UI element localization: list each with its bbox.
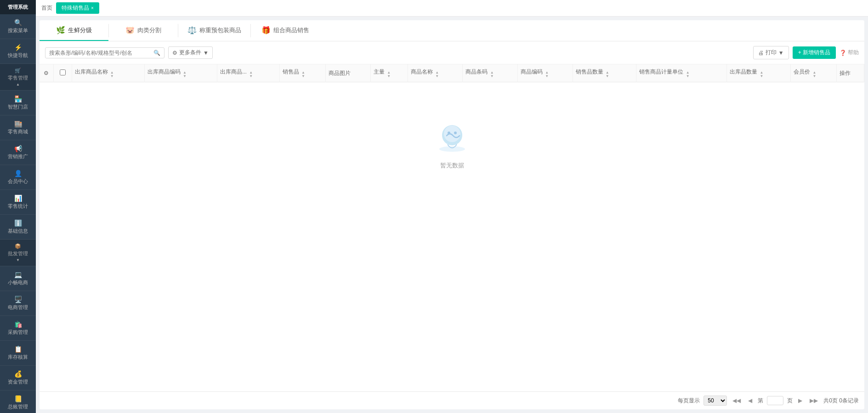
select-all-checkbox[interactable] bbox=[60, 69, 66, 75]
sort-arrows-icon: ▲▼ bbox=[110, 71, 114, 78]
tab-bar: 🌿 生鲜分级 🐷 肉类分割 ⚖️ 称重预包装商品 🎁 组合商品销售 bbox=[40, 20, 864, 41]
filter-icon: ⚙ bbox=[172, 50, 177, 56]
sidebar-item-quick-nav[interactable]: ⚡ 快捷导航 bbox=[0, 39, 36, 64]
filter-label: 更多条件 bbox=[179, 49, 201, 57]
sidebar-item-inventory[interactable]: 📋 库存核算 bbox=[0, 341, 36, 366]
sort-arrows-icon: ▲▼ bbox=[249, 71, 253, 78]
sidebar-item-general-ledger[interactable]: 📒 总账管理 bbox=[0, 390, 36, 413]
sort-arrows-icon: ▲▼ bbox=[183, 71, 187, 78]
search-menu-icon: 🔍 bbox=[14, 19, 22, 26]
tab-fresh-grade[interactable]: 🌿 生鲜分级 bbox=[40, 20, 108, 41]
sidebar-item-search-menu[interactable]: 🔍 搜索菜单 bbox=[0, 14, 36, 39]
empty-state: 暂无数据 bbox=[40, 82, 864, 206]
sidebar-item-label: 智慧门店 bbox=[8, 103, 28, 110]
sidebar-item-label: 库存核算 bbox=[8, 354, 28, 361]
sort-arrows-icon: ▲▼ bbox=[490, 71, 494, 78]
sidebar-item-ecom-mgmt[interactable]: 🖥️ 电商管理 bbox=[0, 291, 36, 316]
sidebar-item-label: 批发管理 bbox=[8, 250, 28, 257]
svg-point-3 bbox=[448, 132, 450, 134]
tab-combo-sales[interactable]: 🎁 组合商品销售 bbox=[251, 20, 320, 41]
help-button[interactable]: ❓ 帮助 bbox=[840, 49, 859, 57]
tab-weight-pack-label: 称重预包装商品 bbox=[199, 26, 241, 34]
sort-arrows-icon: ▲▼ bbox=[387, 71, 391, 78]
sidebar-item-label: 采购管理 bbox=[8, 329, 28, 336]
sidebar-item-label: 营销推广 bbox=[8, 153, 28, 160]
fresh-grade-icon: 🌿 bbox=[56, 26, 65, 34]
finance-icon: 💰 bbox=[14, 370, 22, 378]
quick-nav-icon: ⚡ bbox=[14, 44, 22, 51]
sidebar-item-smart-store[interactable]: 🏪 智慧门店 bbox=[0, 91, 36, 115]
data-table: ⚙ 出库商品名称 ▲▼ 出库商品编码 ▲▼ 出库商品... ▲▼ bbox=[40, 64, 864, 82]
per-page-select[interactable]: 50 10 20 100 bbox=[703, 396, 727, 406]
th-goods-barcode[interactable]: 商品条码 ▲▼ bbox=[463, 64, 518, 82]
chevron-down-icon: ▼ bbox=[778, 50, 784, 56]
svg-point-4 bbox=[454, 132, 457, 134]
inventory-icon: 📋 bbox=[14, 345, 22, 353]
home-tab[interactable]: 首页 bbox=[41, 4, 52, 12]
search-box[interactable]: 🔍 bbox=[45, 47, 165, 58]
total-info: 共0页 0条记录 bbox=[823, 397, 859, 405]
current-page-input[interactable]: 1 bbox=[767, 396, 783, 405]
help-label: 帮助 bbox=[848, 49, 859, 57]
sidebar-item-purchase-mgmt[interactable]: 🛍️ 采购管理 bbox=[0, 316, 36, 341]
th-main-weight[interactable]: 主量 ▲▼ bbox=[370, 64, 408, 82]
sidebar-item-label: 零售商城 bbox=[8, 128, 28, 135]
search-input[interactable] bbox=[49, 50, 152, 56]
filter-button[interactable]: ⚙ 更多条件 ▼ bbox=[168, 46, 213, 59]
th-goods-name[interactable]: 商品名称 ▲▼ bbox=[408, 64, 463, 82]
th-settings[interactable]: ⚙ bbox=[40, 64, 53, 82]
sort-arrows-icon: ▲▼ bbox=[760, 71, 764, 78]
sort-arrows-icon: ▲▼ bbox=[812, 71, 816, 78]
sidebar-item-label: 零售统计 bbox=[8, 203, 28, 210]
member-center-icon: 👤 bbox=[14, 170, 22, 177]
sidebar-item-sales-promo[interactable]: 📢 营销推广 bbox=[0, 140, 36, 165]
th-checkbox[interactable] bbox=[53, 64, 72, 82]
print-icon: 🖨 bbox=[758, 50, 764, 56]
th-goods-code[interactable]: 商品编码 ▲▼ bbox=[517, 64, 573, 82]
tab-meat-cut[interactable]: 🐷 肉类分割 bbox=[109, 20, 178, 41]
search-icon[interactable]: 🔍 bbox=[153, 50, 160, 56]
th-sales-qty[interactable]: 销售品数量 ▲▼ bbox=[573, 64, 636, 82]
wholesale-mgmt-icon: 📦 bbox=[15, 243, 21, 249]
th-sales-goods[interactable]: 销售品 ▲▼ bbox=[279, 64, 325, 82]
new-sales-item-button[interactable]: + 新增销售品 bbox=[793, 46, 836, 59]
chevron-down-icon: ▲ bbox=[16, 82, 20, 86]
th-out-goods-extra[interactable]: 出库商品... ▲▼ bbox=[217, 64, 279, 82]
th-sales-unit[interactable]: 销售商品计量单位 ▲▼ bbox=[636, 64, 727, 82]
th-member-price[interactable]: 会员价 ▲▼ bbox=[791, 64, 837, 82]
sales-promo-icon: 📢 bbox=[14, 145, 22, 152]
empty-state-icon bbox=[434, 119, 471, 156]
tab-weight-pack[interactable]: ⚖️ 称重预包装商品 bbox=[178, 20, 250, 41]
th-out-qty[interactable]: 出库品数量 ▲▼ bbox=[727, 64, 791, 82]
sidebar-item-retail-stats[interactable]: 📊 零售统计 bbox=[0, 190, 36, 215]
th-out-goods-name[interactable]: 出库商品名称 ▲▼ bbox=[72, 64, 144, 82]
basic-info-icon: ℹ️ bbox=[14, 219, 22, 227]
table-header-row: ⚙ 出库商品名称 ▲▼ 出库商品编码 ▲▼ 出库商品... ▲▼ bbox=[40, 64, 864, 82]
empty-text: 暂无数据 bbox=[440, 161, 464, 170]
sort-arrows-icon: ▲▼ bbox=[606, 71, 609, 78]
retail-mall-icon: 🏬 bbox=[14, 120, 22, 127]
smart-store-icon: 🏪 bbox=[14, 95, 22, 103]
mini-ecom-icon: 💻 bbox=[14, 271, 22, 278]
sidebar-item-finance[interactable]: 💰 资金管理 bbox=[0, 366, 36, 390]
sidebar-item-retail-mall[interactable]: 🏬 零售商城 bbox=[0, 115, 36, 140]
svg-point-0 bbox=[439, 146, 465, 152]
last-page-button[interactable]: ▶▶ bbox=[808, 396, 820, 405]
sidebar-item-basic-info[interactable]: ℹ️ 基础信息 bbox=[0, 215, 36, 240]
sidebar-item-retail-mgmt[interactable]: 🛒 零售管理 ▲ bbox=[0, 64, 36, 91]
purchase-mgmt-icon: 🛍️ bbox=[14, 321, 22, 328]
active-tab[interactable]: 特殊销售品 × bbox=[56, 2, 99, 14]
sidebar-item-wholesale-mgmt[interactable]: 📦 批发管理 ▼ bbox=[0, 240, 36, 266]
sidebar-item-label: 搜索菜单 bbox=[8, 27, 28, 34]
table-wrap: ⚙ 出库商品名称 ▲▼ 出库商品编码 ▲▼ 出库商品... ▲▼ bbox=[40, 64, 864, 391]
th-goods-image[interactable]: 商品图片 bbox=[325, 64, 370, 82]
print-button[interactable]: 🖨 打印 ▼ bbox=[753, 46, 789, 59]
next-page-button[interactable]: ▶ bbox=[796, 396, 804, 405]
sidebar-item-label: 资金管理 bbox=[8, 379, 28, 385]
th-out-goods-code[interactable]: 出库商品编码 ▲▼ bbox=[144, 64, 217, 82]
close-tab-icon[interactable]: × bbox=[91, 6, 94, 11]
first-page-button[interactable]: ◀◀ bbox=[731, 396, 743, 405]
sidebar-item-member-center[interactable]: 👤 会员中心 bbox=[0, 165, 36, 190]
prev-page-button[interactable]: ◀ bbox=[746, 396, 754, 405]
sidebar-item-mini-ecom[interactable]: 💻 小畅电商 bbox=[0, 266, 36, 291]
